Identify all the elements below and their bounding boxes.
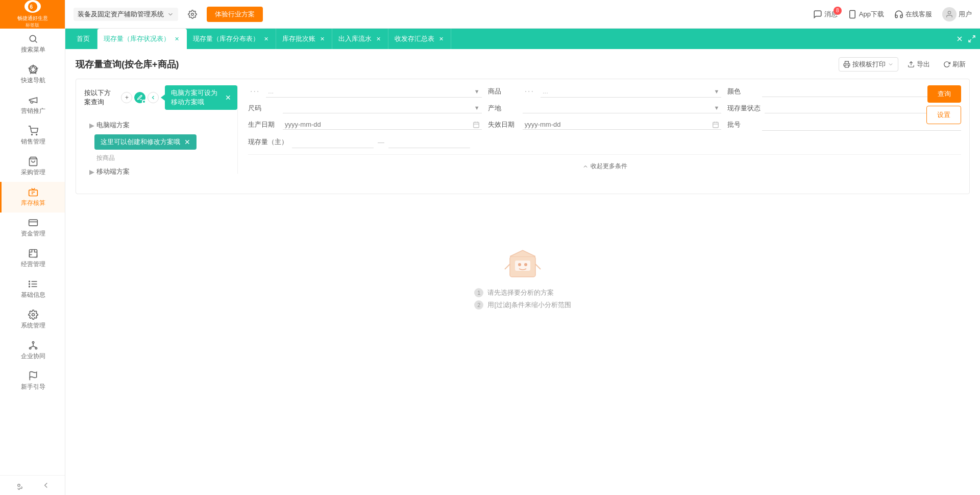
svg-rect-40 [473, 122, 479, 128]
size-select[interactable]: ▼ [283, 103, 482, 113]
reset-btn[interactable]: 设置 [926, 106, 961, 124]
mobile-icon [848, 10, 857, 19]
field-warehouse: ··· ... ▼ [248, 85, 482, 98]
sidebar-item-label: 采购管理 [21, 168, 45, 177]
svg-point-21 [32, 314, 35, 316]
online-service-btn[interactable]: 在线客服 [894, 10, 932, 19]
tab-batch-account[interactable]: 库存批次账 ✕ [276, 29, 332, 49]
svg-point-2 [30, 35, 36, 41]
warehouse-placeholder: ... [268, 87, 474, 95]
svg-line-37 [969, 39, 971, 42]
tab-close-btn[interactable]: ✕ [262, 35, 270, 42]
edit-plan-icon[interactable] [134, 92, 145, 103]
step-2-number: 2 [474, 300, 483, 310]
message-btn[interactable]: 消息 8 [813, 10, 838, 19]
query-actions: 查询 设置 [926, 85, 961, 124]
field-origin: 产地 ▼ [488, 103, 722, 113]
origin-select[interactable]: ▼ [523, 103, 722, 113]
add-plan-icon[interactable]: + [121, 92, 132, 103]
topbar-settings-btn[interactable] [184, 6, 201, 22]
svg-rect-49 [515, 261, 530, 271]
svg-rect-12 [29, 220, 38, 226]
query-btn[interactable]: 查询 [927, 85, 961, 103]
plan-tree-desktop-header[interactable]: ▶ 电脑端方案 [84, 118, 237, 132]
tab-close-btn[interactable]: ✕ [437, 35, 445, 42]
produce-date-input-wrap[interactable] [283, 120, 482, 130]
tab-close-btn[interactable]: ✕ [173, 35, 180, 42]
system-selector[interactable]: 装备及固定资产辅助管理系统 [74, 8, 178, 21]
headset-icon [894, 10, 903, 19]
sidebar-item-operations[interactable]: 经营管理 [0, 243, 65, 274]
topbar-right: 消息 8 App下载 在线客服 用户 [813, 7, 972, 21]
stock-main-input-right[interactable] [388, 136, 470, 148]
user-menu[interactable]: 用户 [942, 7, 972, 21]
form-row-4: 现存量（主） — [248, 136, 961, 148]
plan-tree-mobile-header[interactable]: ▶ 移动端方案 [84, 164, 237, 179]
svg-point-18 [29, 281, 30, 282]
sidebar-item-guide[interactable]: 新手引导 [0, 366, 65, 396]
expire-date-input[interactable] [525, 121, 710, 128]
tab-label: 现存量（库存状况表） [104, 34, 170, 43]
warehouse-select[interactable]: ... ▼ [266, 85, 481, 98]
svg-line-36 [972, 36, 975, 38]
sidebar-item-search[interactable]: 搜索菜单 [0, 29, 65, 59]
step-2-text: 用[过滤]条件来缩小分析范围 [487, 300, 571, 310]
sidebar-item-sales[interactable]: 销售管理 [0, 121, 65, 151]
collapse-btn[interactable]: 收起更多条件 [582, 159, 627, 174]
collapse-sidebar-icon[interactable] [41, 481, 51, 490]
sidebar-item-purchase[interactable]: 采购管理 [0, 151, 65, 182]
expand-icon[interactable] [968, 35, 976, 43]
tab-close-btn[interactable]: ✕ [318, 35, 326, 42]
tab-stock-status[interactable]: 现存量（库存状况表） ✕ [97, 29, 187, 49]
tab-stock-dist[interactable]: 现存量（库存分布表） ✕ [187, 29, 276, 49]
sidebar-item-quick-nav[interactable]: 快速导航 [0, 59, 65, 90]
sidebar-item-system[interactable]: 系统管理 [0, 304, 65, 335]
settings-icon[interactable] [14, 481, 23, 490]
batch-label: 批号 [727, 120, 758, 129]
template-print-btn[interactable]: 按模板打印 [839, 57, 898, 72]
svg-point-22 [32, 342, 34, 343]
tab-home[interactable]: 首页 [69, 29, 97, 49]
stock-main-input-left[interactable] [292, 136, 374, 148]
industry-btn[interactable]: 体验行业方案 [207, 7, 263, 22]
goods-label: 商品 [488, 87, 519, 96]
user-icon [945, 10, 953, 18]
chevron-down-icon-size: ▼ [474, 105, 480, 111]
arrow-left-icon [150, 95, 156, 101]
tab-inout-flow[interactable]: 出入库流水 ✕ [332, 29, 388, 49]
svg-point-29 [18, 484, 20, 487]
tab-recv-summary[interactable]: 收发存汇总表 ✕ [388, 29, 451, 49]
goods-select[interactable]: ... ▼ [541, 85, 721, 98]
svg-rect-9 [29, 190, 38, 196]
tooltip2-container: 这里可以创建和修改方案哦 ✕ [94, 134, 237, 150]
refresh-btn[interactable]: 刷新 [939, 58, 970, 71]
svg-line-52 [505, 264, 510, 269]
tooltip2-close[interactable]: ✕ [184, 138, 190, 146]
tooltip1-close[interactable]: ✕ [225, 93, 231, 102]
svg-point-51 [524, 263, 527, 266]
app-download-btn[interactable]: App下载 [848, 10, 884, 19]
sidebar-item-marketing[interactable]: 营销推广 [0, 90, 65, 121]
export-btn[interactable]: 导出 [903, 58, 934, 71]
plan-tree-mobile-label: 移动端方案 [96, 167, 130, 176]
export-label: 导出 [917, 60, 930, 69]
close-all-tabs-icon[interactable] [955, 35, 964, 43]
svg-rect-44 [713, 122, 719, 128]
produce-date-input[interactable] [285, 121, 471, 128]
sidebar-item-inventory[interactable]: 库存核算 [0, 182, 65, 213]
sidebar-item-finance[interactable]: 资金管理 [0, 213, 65, 243]
sidebar-item-basic[interactable]: 基础信息 [0, 274, 65, 304]
svg-rect-38 [845, 65, 849, 67]
form-row-1: ··· ... ▼ 商品 ··· [248, 85, 961, 98]
form-rows: ··· ... ▼ 商品 ··· [248, 85, 961, 148]
expire-date-input-wrap[interactable] [523, 120, 722, 130]
step-1-text: 请先选择要分析的方案 [487, 288, 554, 297]
print-icon [843, 61, 850, 68]
tabbar-right [955, 35, 976, 43]
tab-close-btn[interactable]: ✕ [375, 35, 382, 42]
tab-label: 现存量（库存分布表） [193, 34, 259, 43]
collapse-row: 收起更多条件 [248, 154, 961, 174]
sidebar-item-enterprise[interactable]: 企业协同 [0, 335, 65, 366]
prev-plan-icon[interactable] [148, 92, 159, 103]
plan-sub-text: 按商品 [96, 154, 115, 162]
